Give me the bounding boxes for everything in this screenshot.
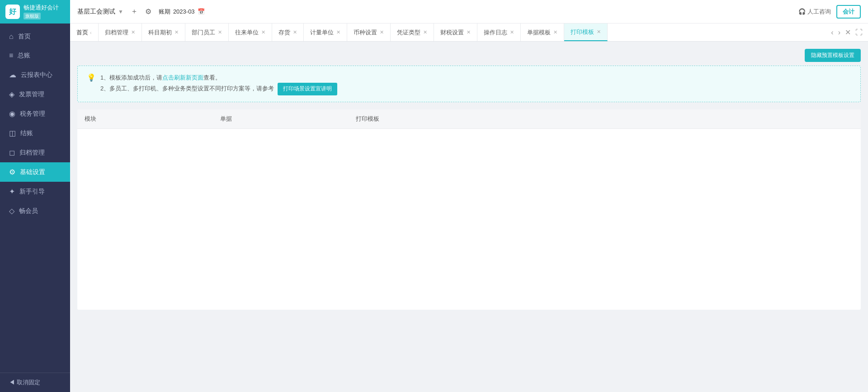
col-header-doc: 单据	[213, 109, 349, 128]
table-header: 模块 单据 打印模板	[77, 109, 861, 129]
sidebar-item-archive[interactable]: ◻ 归档管理	[0, 143, 70, 162]
sidebar-item-guide[interactable]: ✦ 新手引导	[0, 182, 70, 201]
home-icon: ⌂	[9, 33, 14, 41]
guide-icon: ✦	[9, 187, 15, 196]
tab-voucher-type[interactable]: 凭证类型 ✕	[391, 24, 434, 41]
tab-dept-staff-close[interactable]: ✕	[218, 29, 222, 35]
sidebar: 好 畅捷通好会计 旗舰版 ⌂ 首页 ≡ 总账 ☁ 云报表中心 ◈ 发票管理 ◉ …	[0, 0, 70, 392]
sidebar-item-reports[interactable]: ☁ 云报表中心	[0, 65, 70, 85]
tabbar: 首页 ‹ 归档管理 ✕ 科目期初 ✕ 部门员工 ✕ 往来单位 ✕ 存货 ✕	[70, 24, 868, 42]
sidebar-item-invoice[interactable]: ◈ 发票管理	[0, 85, 70, 104]
topbar: 基层工会测试 ▼ ＋ ⚙ 账期 2023-03 📅 🎧 人工咨询 会计	[70, 0, 868, 24]
period-display: 账期 2023-03 📅	[159, 8, 205, 16]
ledger-icon: ≡	[9, 52, 13, 60]
main-area: 基层工会测试 ▼ ＋ ⚙ 账期 2023-03 📅 🎧 人工咨询 会计 首页 ‹	[70, 0, 868, 392]
sidebar-item-home[interactable]: ⌂ 首页	[0, 27, 70, 46]
print-template-table: 模块 单据 打印模板	[77, 109, 861, 310]
notice-text: 1、模板添加成功后，请点击刷新新页面查看。 2、多员工、多打印机、多种业务类型设…	[100, 72, 337, 95]
tab-partner[interactable]: 往来单位 ✕	[229, 24, 272, 41]
content-area: 隐藏预置模板设置 💡 1、模板添加成功后，请点击刷新新页面查看。 2、多员工、多…	[70, 42, 868, 392]
sidebar-item-member[interactable]: ◇ 畅会员	[0, 201, 70, 221]
tab-prev-icon[interactable]: ‹	[829, 27, 835, 38]
tab-unit[interactable]: 计量单位 ✕	[304, 24, 347, 41]
tab-list: 首页 ‹ 归档管理 ✕ 科目期初 ✕ 部门员工 ✕ 往来单位 ✕ 存货 ✕	[70, 24, 826, 41]
company-dropdown-icon: ▼	[118, 9, 123, 15]
tab-single-template-close[interactable]: ✕	[553, 29, 557, 35]
sidebar-nav: ⌂ 首页 ≡ 总账 ☁ 云报表中心 ◈ 发票管理 ◉ 税务管理 ◫ 结账 ◻ 归…	[0, 24, 70, 373]
tab-tax-settings[interactable]: 财税设置 ✕	[434, 24, 477, 41]
print-scene-btn[interactable]: 打印场景设置宣讲明	[278, 83, 337, 95]
reports-icon: ☁	[9, 71, 16, 79]
add-tab-icon[interactable]: ＋	[129, 5, 140, 18]
tab-dept-staff[interactable]: 部门员工 ✕	[185, 24, 229, 41]
help-button[interactable]: 🎧 人工咨询	[798, 8, 831, 16]
tab-expand-icon[interactable]: ⛶	[854, 27, 864, 38]
tab-op-log-close[interactable]: ✕	[510, 29, 514, 35]
sidebar-logo: 好 畅捷通好会计 旗舰版	[0, 0, 70, 24]
sidebar-item-settings[interactable]: ⚙ 基础设置	[0, 162, 70, 182]
calendar-icon[interactable]: 📅	[198, 8, 205, 15]
tab-home-chevron: ‹	[90, 30, 92, 35]
tab-print-template[interactable]: 打印模板 ✕	[564, 24, 608, 41]
tab-op-log[interactable]: 操作日志 ✕	[477, 24, 521, 41]
tab-close-all-icon[interactable]: ✕	[843, 26, 853, 38]
logo-icon: 好	[5, 5, 20, 19]
notice-bar: 💡 1、模板添加成功后，请点击刷新新页面查看。 2、多员工、多打印机、多种业务类…	[77, 66, 861, 102]
tab-single-template[interactable]: 单据模板 ✕	[521, 24, 564, 41]
company-selector[interactable]: 基层工会测试 ▼	[77, 8, 123, 16]
col-header-module: 模块	[77, 109, 213, 128]
tab-unit-close[interactable]: ✕	[336, 29, 340, 35]
tab-archive-mgmt-close[interactable]: ✕	[131, 29, 135, 35]
tab-partner-close[interactable]: ✕	[261, 29, 265, 35]
tab-tax-settings-close[interactable]: ✕	[467, 29, 471, 35]
tab-currency[interactable]: 币种设置 ✕	[347, 24, 391, 41]
kuaiji-button[interactable]: 会计	[836, 5, 861, 19]
tab-home[interactable]: 首页 ‹	[70, 24, 99, 41]
tab-archive-mgmt[interactable]: 归档管理 ✕	[99, 24, 142, 41]
member-icon: ◇	[9, 207, 14, 215]
close-month-icon: ◫	[9, 129, 16, 137]
col-header-template: 打印模板	[349, 109, 861, 128]
table-body	[77, 129, 861, 310]
logo-text: 畅捷通好会计 旗舰版	[24, 4, 59, 20]
topbar-right: 🎧 人工咨询 会计	[798, 5, 861, 19]
tax-icon: ◉	[9, 109, 15, 118]
topbar-actions: ＋ ⚙	[129, 5, 153, 18]
tab-currency-close[interactable]: ✕	[380, 29, 384, 35]
tab-inventory-close[interactable]: ✕	[293, 29, 297, 35]
sidebar-item-ledger[interactable]: ≡ 总账	[0, 46, 70, 65]
content-header: 隐藏预置模板设置	[77, 49, 861, 62]
invoice-icon: ◈	[9, 90, 14, 99]
archive-icon: ◻	[9, 148, 15, 157]
settings-icon: ⚙	[9, 168, 15, 176]
notice-icon: 💡	[87, 73, 96, 82]
tab-subject-init[interactable]: 科目期初 ✕	[142, 24, 185, 41]
settings-gear-icon[interactable]: ⚙	[143, 5, 153, 18]
tab-print-template-close[interactable]: ✕	[597, 29, 601, 35]
sidebar-item-tax[interactable]: ◉ 税务管理	[0, 104, 70, 123]
tab-voucher-type-close[interactable]: ✕	[423, 29, 427, 35]
sidebar-item-close[interactable]: ◫ 结账	[0, 123, 70, 143]
tab-subject-init-close[interactable]: ✕	[175, 29, 179, 35]
tab-controls: ‹ › ✕ ⛶	[826, 26, 868, 38]
tab-next-icon[interactable]: ›	[836, 27, 842, 38]
sidebar-unpin[interactable]: ◀ 取消固定	[0, 373, 70, 392]
refresh-link[interactable]: 点击刷新新页面	[162, 74, 203, 81]
hide-preview-btn[interactable]: 隐藏预置模板设置	[805, 49, 861, 62]
headset-icon: 🎧	[798, 8, 806, 15]
tab-inventory[interactable]: 存货 ✕	[272, 24, 304, 41]
